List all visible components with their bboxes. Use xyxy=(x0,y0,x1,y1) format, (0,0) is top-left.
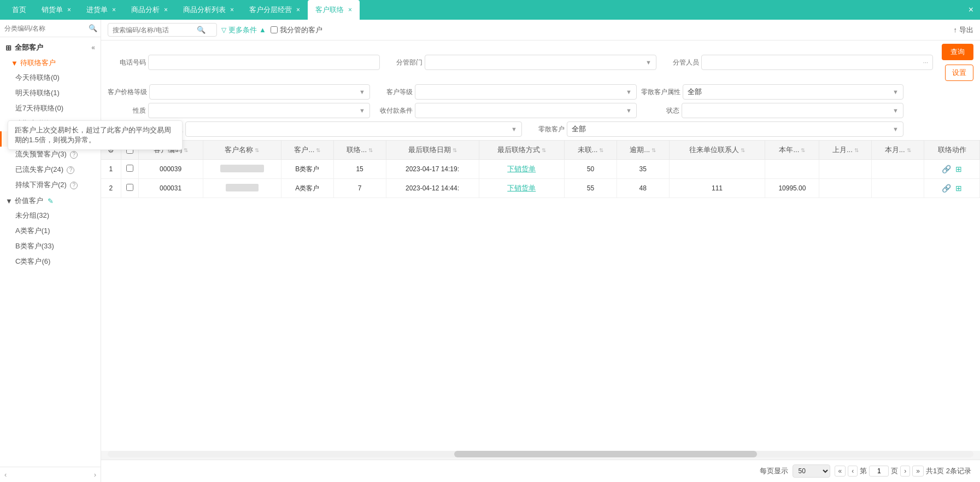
table-row: 2 000031 A类客户 7 2023-04-12 14:44: 下销货单 xyxy=(101,179,980,198)
dept-select[interactable]: ▼ xyxy=(425,55,656,70)
setting-button[interactable]: 设置 xyxy=(945,65,973,81)
row1-checkbox-cell[interactable] xyxy=(121,160,138,179)
col-this-month-sort[interactable]: ⇅ xyxy=(907,147,911,153)
declining-info-icon: ? xyxy=(70,182,78,189)
nav-customer-contact[interactable]: 客户联络 × xyxy=(308,0,360,20)
sidebar-search-icon[interactable]: 🔍 xyxy=(89,24,97,32)
customer-type-select[interactable]: ▼ xyxy=(185,121,522,137)
col-uncontacted-header: 未联... ⇅ xyxy=(565,141,617,160)
gender-select[interactable]: ▼ xyxy=(148,103,370,118)
row1-last-method-link[interactable]: 下销货单 xyxy=(507,165,536,173)
payment-select[interactable]: ▼ xyxy=(415,103,637,118)
status-label: 状态 xyxy=(641,106,679,115)
sidebar-pending-group[interactable]: ▼ 待联络客户 xyxy=(0,56,101,70)
window-close-icon[interactable]: × xyxy=(969,5,973,15)
nav-analysis-list-close[interactable]: × xyxy=(230,0,234,20)
nav-sales[interactable]: 销货单 × xyxy=(34,0,79,20)
nav-analysis-close[interactable]: × xyxy=(164,0,168,20)
sidebar-item-c-class[interactable]: C类客户(6) xyxy=(0,254,101,269)
prev-page-btn[interactable]: ‹ xyxy=(848,466,858,477)
first-page-btn[interactable]: « xyxy=(835,466,846,477)
value-edit-icon[interactable]: ✎ xyxy=(48,197,54,205)
nav-customer-segment[interactable]: 客户分层经营 × xyxy=(242,0,308,20)
sidebar-prev-icon[interactable]: ‹ xyxy=(4,471,7,479)
person-chevron: ··· xyxy=(923,59,928,66)
7days-label: 近7天待联络(0) xyxy=(15,104,63,112)
scrollbar-thumb[interactable] xyxy=(454,451,757,457)
nav-purchase-close[interactable]: × xyxy=(112,0,116,20)
nav-purchase[interactable]: 进货单 × xyxy=(79,0,124,20)
col-contact-count-label: 联络... xyxy=(347,145,367,155)
col-contact-count-header: 联络... ⇅ xyxy=(333,141,386,160)
sidebar-item-tomorrow[interactable]: 明天待联络(1) xyxy=(0,85,101,101)
phone-input[interactable] xyxy=(148,55,380,70)
col-overdue-sort[interactable]: ⇅ xyxy=(652,147,656,153)
more-conditions-label: 更多条件 xyxy=(228,25,257,35)
nav-customer-contact-close[interactable]: × xyxy=(348,0,352,20)
row1-link-icon[interactable]: 🔗 xyxy=(942,165,951,173)
page-input[interactable] xyxy=(869,466,889,477)
nav-sales-close[interactable]: × xyxy=(67,0,71,20)
row2-grid-icon[interactable]: ⊞ xyxy=(955,184,962,193)
retail-customer-select[interactable]: 全部 ▼ xyxy=(567,121,903,137)
row1-grid-icon[interactable]: ⊞ xyxy=(955,165,962,173)
customer-grade-select[interactable]: ▼ xyxy=(415,84,637,100)
col-last-month-sort[interactable]: ⇅ xyxy=(854,147,859,153)
nav-home[interactable]: 首页 xyxy=(4,0,34,20)
my-customers-checkbox[interactable] xyxy=(271,26,278,33)
row2-last-method[interactable]: 下销货单 xyxy=(479,179,565,198)
col-code-sort[interactable]: ⇅ xyxy=(184,147,188,153)
today-label: 今天待联络(0) xyxy=(15,73,60,82)
row2-checkbox-cell[interactable] xyxy=(121,179,138,198)
gender-label: 性质 xyxy=(108,106,146,115)
col-last-method-sort[interactable]: ⇅ xyxy=(542,147,546,153)
nav-customer-segment-close[interactable]: × xyxy=(296,0,300,20)
page-end-label: 页 xyxy=(891,466,898,476)
per-page-select[interactable]: 50 100 200 xyxy=(793,464,830,478)
row1-contact-count: 15 xyxy=(333,160,386,179)
sidebar-all-customers[interactable]: ⊞ 全部客户 « xyxy=(0,39,101,56)
col-contact-count-sort[interactable]: ⇅ xyxy=(368,147,373,153)
status-select[interactable]: ▼ xyxy=(682,103,903,118)
nav-analysis[interactable]: 商品分析 × xyxy=(124,0,175,20)
person-select[interactable]: ··· xyxy=(701,55,933,70)
main-search-icon[interactable]: 🔍 xyxy=(197,26,206,34)
row2-checkbox[interactable] xyxy=(126,184,133,191)
retail-attr-select[interactable]: 全部 ▼ xyxy=(683,84,903,100)
col-person-header: 往来单位联系人 ⇅ xyxy=(669,141,765,160)
col-last-month-label: 上月... xyxy=(832,145,853,155)
nav-analysis-list[interactable]: 商品分析列表 × xyxy=(175,0,242,20)
col-this-year-sort[interactable]: ⇅ xyxy=(801,147,805,153)
col-uncontacted-sort[interactable]: ⇅ xyxy=(599,147,603,153)
main-search-input[interactable] xyxy=(113,26,195,34)
collapse-icon[interactable]: « xyxy=(91,44,95,51)
export-btn[interactable]: ↑ 导出 xyxy=(954,25,974,35)
more-conditions-btn[interactable]: ▽ 更多条件 ▲ xyxy=(221,25,266,35)
sidebar-item-7days[interactable]: 近7天待联络(0) xyxy=(0,101,101,116)
last-page-btn[interactable]: » xyxy=(912,466,924,477)
sidebar-item-declining[interactable]: 持续下滑客户(2) ? xyxy=(0,177,101,193)
col-name-sort[interactable]: ⇅ xyxy=(255,147,259,153)
query-button[interactable]: 查询 xyxy=(942,44,973,60)
row1-this-month xyxy=(872,160,924,179)
col-type-sort[interactable]: ⇅ xyxy=(316,147,320,153)
row2-link-icon[interactable]: 🔗 xyxy=(942,184,951,193)
sidebar-value-group[interactable]: ▼ 价值客户 ✎ xyxy=(0,193,101,208)
sidebar-search-input[interactable] xyxy=(4,25,86,32)
next-page-btn[interactable]: › xyxy=(900,466,910,477)
sidebar-item-ungrouped[interactable]: 未分组(32) xyxy=(0,208,101,223)
col-last-date-sort[interactable]: ⇅ xyxy=(453,147,457,153)
sidebar-next-icon[interactable]: › xyxy=(94,471,96,479)
row2-last-method-link[interactable]: 下销货单 xyxy=(507,184,536,192)
sidebar-item-already-lost[interactable]: 已流失客户(24) ? xyxy=(0,162,101,177)
sidebar-item-today[interactable]: 今天待联络(0) xyxy=(0,70,101,85)
row1-checkbox[interactable] xyxy=(126,165,133,172)
price-grade-select[interactable]: ▼ xyxy=(149,84,370,100)
sidebar-item-a-class[interactable]: A类客户(1) xyxy=(0,223,101,239)
row1-last-method[interactable]: 下销货单 xyxy=(479,160,565,179)
col-this-month-header: 本月... ⇅ xyxy=(872,141,924,160)
col-person-sort[interactable]: ⇅ xyxy=(741,147,745,153)
horizontal-scrollbar[interactable] xyxy=(108,451,973,457)
sidebar-item-b-class[interactable]: B类客户(33) xyxy=(0,239,101,254)
all-customers-label: 全部客户 xyxy=(15,43,43,53)
